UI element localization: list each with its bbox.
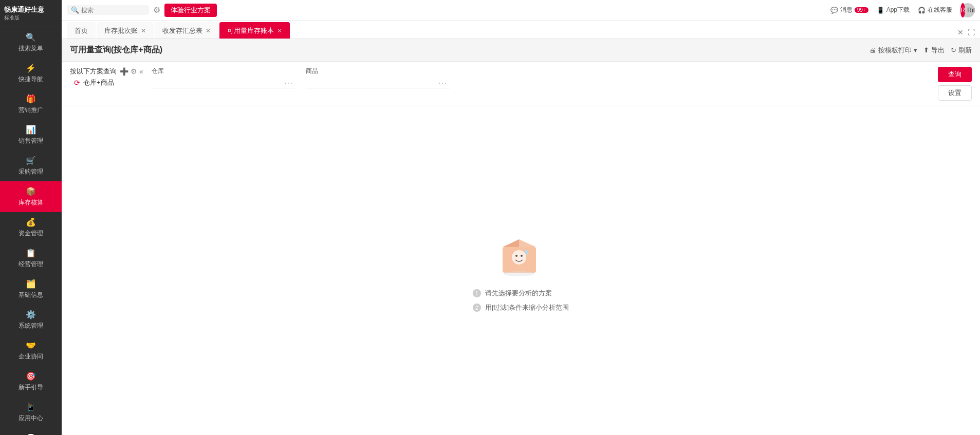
empty-tip-2: 2 用[过滤]条件来缩小分析范围	[473, 303, 569, 312]
page-title: 可用量查询(按仓库+商品)	[70, 45, 162, 55]
sidebar-item-label-sales: 销售管理	[19, 137, 43, 145]
window-controls: ✕ ⛶	[957, 28, 975, 39]
tab-home[interactable]: 首页	[67, 22, 96, 39]
tip-num-1: 1	[473, 289, 481, 297]
avatar[interactable]: R Rit	[960, 3, 975, 17]
filter-scheme-list: ⟳ 仓库+商品	[70, 76, 143, 89]
export-btn[interactable]: ⬆ 导出	[923, 46, 945, 55]
basic-icon: 🗂️	[26, 279, 36, 289]
search-icon: 🔍	[26, 32, 36, 42]
marketing-icon: 🎁	[26, 94, 36, 104]
empty-tip-1: 1 请先选择要分析的方案	[473, 289, 569, 298]
sidebar-item-label-inventory: 库存核算	[19, 198, 43, 207]
collapse-icon[interactable]: «	[139, 67, 143, 75]
product-more-icon[interactable]: ···	[438, 79, 448, 87]
sidebar-item-label-purchase: 采购管理	[19, 167, 43, 176]
query-button[interactable]: 查询	[938, 67, 972, 82]
maximize-icon[interactable]: ⛶	[968, 28, 975, 36]
svg-point-5	[521, 255, 523, 257]
sidebar-item-marketing[interactable]: 🎁 营销推广	[0, 89, 62, 120]
scheme-icon: ⟳	[74, 79, 80, 87]
refresh-btn[interactable]: ↻ 刷新	[951, 46, 972, 55]
search-input[interactable]	[81, 7, 143, 14]
filter-fields: 仓库 ··· 商品 ···	[152, 67, 930, 88]
page-header: 可用量查询(按仓库+商品) 🖨 按模板打印 ▾ ⬆ 导出 ↻ 刷新	[62, 39, 980, 62]
sidebar-item-newbie[interactable]: 🎯 新手引导	[0, 366, 62, 397]
wechat-icon: 💬	[26, 433, 36, 435]
tab-close-available-ledger[interactable]: ✕	[277, 27, 282, 34]
sidebar-item-system[interactable]: ⚙️ 系统管理	[0, 305, 62, 335]
topbar: 🔍 ⚙ 体验行业方案 💬 消息 99+ 📱 App下载 🎧 在线客服 R Rit	[62, 0, 980, 21]
settings-button[interactable]: 设置	[938, 85, 972, 101]
message-icon: 💬	[830, 7, 838, 14]
inventory-icon: 📦	[26, 186, 36, 196]
warehouse-more-icon[interactable]: ···	[284, 79, 293, 87]
tab-receipt-summary[interactable]: 收发存汇总表✕	[155, 22, 218, 39]
sidebar-item-finance[interactable]: 💰 资金管理	[0, 212, 62, 243]
message-label: 消息	[840, 6, 853, 14]
export-label: 导出	[931, 46, 945, 55]
sidebar-logo: 畅康通好生意 标准版	[0, 0, 62, 27]
sidebar-item-sales[interactable]: 📊 销售管理	[0, 120, 62, 150]
sidebar-item-search[interactable]: 🔍 搜索菜单	[0, 27, 62, 58]
settings-scheme-icon[interactable]: ⚙	[131, 67, 137, 75]
export-icon: ⬆	[923, 46, 929, 54]
sidebar-item-label-newbie: 新手引导	[19, 383, 43, 392]
app-icon: 📱	[877, 7, 884, 14]
online-service-label: 在线客服	[928, 6, 952, 14]
scheme-item-label: 仓库+商品	[83, 78, 114, 87]
gear-icon[interactable]: ⚙	[153, 5, 160, 15]
app-download-btn[interactable]: 📱 App下载	[877, 6, 910, 14]
empty-tips: 1 请先选择要分析的方案 2 用[过滤]条件来缩小分析范围	[473, 289, 569, 312]
logo-sub: 标准版	[4, 14, 58, 22]
template-print-label: 按模板打印	[878, 46, 912, 55]
user-name: Rit	[967, 7, 975, 14]
sidebar-item-enterprise[interactable]: 🤝 企业协同	[0, 335, 62, 366]
warehouse-input[interactable]	[154, 79, 280, 87]
empty-state: 1 请先选择要分析的方案 2 用[过滤]条件来缩小分析范围	[473, 229, 569, 312]
filter-scheme-actions: ➕ ⚙ «	[120, 67, 143, 75]
app-center-icon: 📱	[26, 402, 36, 412]
sidebar-item-wechat[interactable]: 💬 企业微信	[0, 428, 62, 435]
sidebar-scroll: 🔍 搜索菜单 ⚡ 快捷导航 🎁 营销推广 📊 销售管理 🛒 采购管理 📦 库存核…	[0, 27, 62, 435]
add-scheme-icon[interactable]: ➕	[120, 67, 128, 75]
topbar-right: 💬 消息 99+ 📱 App下载 🎧 在线客服 R Rit	[830, 3, 975, 17]
product-input[interactable]	[308, 79, 434, 87]
sidebar-item-operations[interactable]: 📋 经营管理	[0, 243, 62, 274]
industry-btn[interactable]: 体验行业方案	[164, 4, 217, 17]
scheme-item-warehouse-product[interactable]: ⟳ 仓库+商品	[70, 76, 143, 89]
message-btn[interactable]: 💬 消息 99+	[830, 6, 868, 14]
sidebar-item-quick-nav[interactable]: ⚡ 快捷导航	[0, 58, 62, 89]
sidebar-item-basic[interactable]: 🗂️ 基础信息	[0, 274, 62, 305]
enterprise-icon: 🤝	[26, 341, 36, 350]
tip-text-2: 用[过滤]条件来缩小分析范围	[485, 303, 569, 312]
product-input-row: ···	[306, 78, 450, 88]
online-service-btn[interactable]: 🎧 在线客服	[918, 6, 952, 14]
sidebar-item-purchase[interactable]: 🛒 采购管理	[0, 150, 62, 181]
main-area: 🔍 ⚙ 体验行业方案 💬 消息 99+ 📱 App下载 🎧 在线客服 R Rit	[62, 0, 980, 435]
sidebar-item-label-basic: 基础信息	[19, 291, 43, 299]
tab-close-batch-account[interactable]: ✕	[141, 27, 146, 34]
sidebar-item-label-search: 搜索菜单	[19, 44, 43, 53]
search-icon: 🔍	[71, 6, 79, 14]
template-print-btn[interactable]: 🖨 按模板打印 ▾	[870, 46, 917, 55]
newbie-icon: 🎯	[26, 371, 36, 381]
tab-available-ledger[interactable]: 可用量库存账本✕	[219, 22, 290, 39]
close-window-icon[interactable]: ✕	[957, 28, 964, 36]
svg-marker-2	[519, 239, 536, 247]
tab-close-receipt-summary[interactable]: ✕	[206, 27, 211, 34]
service-icon: 🎧	[918, 7, 926, 14]
sidebar-item-inventory[interactable]: 📦 库存核算	[0, 181, 62, 212]
tip-text-1: 请先选择要分析的方案	[485, 289, 552, 298]
sidebar: 畅康通好生意 标准版 🔍 搜索菜单 ⚡ 快捷导航 🎁 营销推广 📊 销售管理 🛒…	[0, 0, 62, 435]
tab-label-home: 首页	[75, 26, 88, 35]
topbar-search-box[interactable]: 🔍	[67, 5, 149, 15]
tab-label-batch-account: 库存批次账	[104, 26, 138, 35]
sidebar-item-label-enterprise: 企业协同	[19, 352, 43, 361]
sidebar-item-app-center[interactable]: 📱 应用中心	[0, 397, 62, 428]
tab-batch-account[interactable]: 库存批次账✕	[97, 22, 154, 39]
operations-icon: 📋	[26, 248, 36, 258]
avatar-img: R	[960, 3, 965, 17]
sidebar-item-label-system: 系统管理	[19, 321, 43, 330]
sidebar-item-label-operations: 经营管理	[19, 260, 43, 269]
